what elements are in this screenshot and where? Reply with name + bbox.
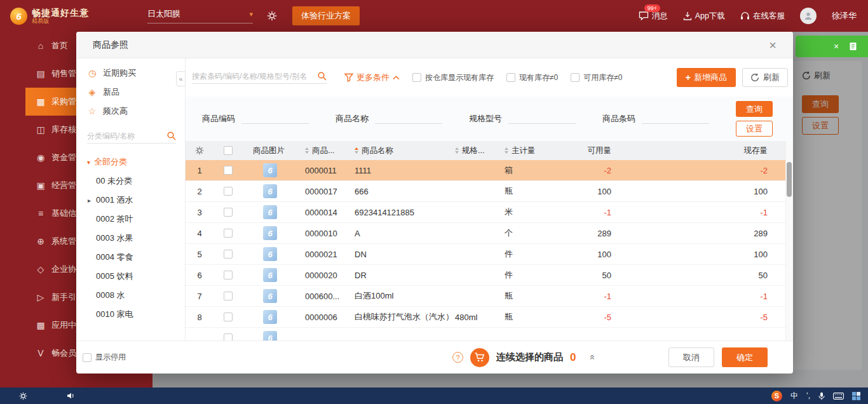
product-code-input[interactable] [241, 114, 309, 124]
sogou-ime-icon[interactable]: S [771, 391, 782, 401]
row-checkbox[interactable] [224, 271, 233, 279]
available-qty: -2 [555, 166, 619, 175]
table-row[interactable]: 6 6 0000020 DR 件 50 50 [186, 265, 793, 286]
row-checkbox[interactable] [224, 229, 233, 238]
column-settings-gear-icon[interactable] [195, 146, 204, 155]
product-thumbnail: 6 [263, 247, 277, 261]
column-header-code[interactable]: 商品... [297, 145, 348, 156]
table-row[interactable]: 3 6 0000014 6923414121885 米 -1 -1 [186, 202, 793, 223]
online-support-label: 在线客服 [753, 11, 785, 22]
brand-logo-icon: 6 [10, 8, 27, 25]
chevron-up-icon [393, 76, 400, 80]
high-frequency-icon: ☆ [87, 106, 97, 116]
row-checkbox[interactable] [224, 187, 233, 196]
microphone-icon[interactable] [818, 392, 825, 400]
user-avatar[interactable] [800, 8, 817, 24]
row-checkbox[interactable] [224, 208, 233, 217]
warehouse-stock-checkbox[interactable]: 按仓库显示现有库存 [412, 72, 494, 83]
product-barcode-input[interactable] [642, 114, 709, 124]
row-checkbox[interactable] [224, 250, 233, 259]
dialog-title-bar: 商品参照 × [76, 32, 793, 58]
dialog-close-icon[interactable]: × [769, 39, 776, 51]
column-header-image[interactable]: 商品图片 [243, 145, 297, 156]
column-header-stock[interactable]: 现存量 [619, 145, 793, 156]
ime-language-toggle[interactable]: 中 [790, 391, 798, 401]
settings-button[interactable]: 设置 [736, 121, 773, 137]
speaker-icon[interactable] [67, 392, 75, 400]
all-categories[interactable]: ▾ 全部分类 [87, 156, 185, 168]
table-row[interactable]: 6 [186, 328, 793, 340]
row-checkbox[interactable] [224, 166, 233, 175]
table-row[interactable]: 1 6 0000011 1111 箱 -2 -2 [186, 160, 793, 181]
category-item[interactable]: ▸ 0003 水果 [76, 229, 185, 248]
ime-punctuation-toggle[interactable]: ’, [806, 391, 810, 400]
collapse-panel-icon[interactable]: « [176, 71, 186, 86]
column-header-available[interactable]: 可用量 [555, 145, 619, 156]
messages-button[interactable]: 99+ 消息 [639, 11, 668, 22]
collapse-up-icon[interactable]: « [588, 354, 599, 360]
search-icon[interactable] [317, 71, 327, 81]
toast-close-icon[interactable]: × [834, 42, 839, 51]
search-icon[interactable] [166, 131, 176, 140]
keyboard-icon[interactable] [833, 393, 844, 400]
product-code: 0000006 [297, 313, 348, 322]
product-search-input[interactable] [192, 72, 312, 81]
category-item[interactable]: ▸ 0005 饮料 [76, 267, 185, 286]
trial-solution-button[interactable]: 体验行业方案 [292, 6, 360, 25]
product-list-panel: 更多条件 按仓库显示现有库存 现有库存≠0 可用库存≠0 + 新增商品 刷新 [186, 58, 793, 340]
product-thumbnail: 6 [263, 205, 277, 219]
category-label: 0008 水 [96, 290, 125, 301]
category-item[interactable]: ▸ 0001 酒水 [76, 191, 185, 210]
header-settings-gear-icon[interactable] [267, 11, 277, 21]
quick-link-recent-purchase[interactable]: ◷ 近期购买 [76, 64, 185, 83]
row-checkbox[interactable] [224, 292, 233, 300]
scrollbar-thumb[interactable] [787, 162, 792, 197]
column-header-unit[interactable]: 主计量 [499, 145, 555, 156]
available-nonzero-checkbox[interactable]: 可用库存≠0 [571, 72, 622, 83]
cart-icon [470, 348, 489, 367]
product-spec-input[interactable] [508, 114, 576, 124]
operations-icon: ▣ [36, 180, 46, 191]
app-download-button[interactable]: App下载 [683, 11, 725, 22]
category-item[interactable]: ▸ 0010 家电 [76, 305, 185, 324]
query-button[interactable]: 查询 [736, 101, 773, 117]
table-row[interactable]: 2 6 0000017 666 瓶 100 100 [186, 181, 793, 202]
workspace-select[interactable]: 日太阳膜 ▾ [147, 8, 253, 24]
show-disabled-checkbox[interactable]: 显示停用 [83, 352, 126, 363]
checkbox-label: 现有库存≠0 [519, 72, 558, 83]
row-checkbox[interactable] [224, 333, 233, 340]
onhand-nonzero-checkbox[interactable]: 现有库存≠0 [506, 72, 558, 83]
table-row[interactable]: 4 6 0000010 A 个 289 289 [186, 223, 793, 244]
column-header-name[interactable]: 商品名称 [348, 145, 449, 156]
row-checkbox[interactable] [224, 313, 233, 321]
product-name: 1111 [348, 166, 449, 175]
help-icon[interactable]: ? [452, 352, 463, 363]
product-name-input[interactable] [375, 114, 442, 124]
category-item[interactable]: ▸ 0008 水 [76, 286, 185, 305]
ime-toolbox-icon[interactable] [852, 392, 860, 400]
product-code: 000600... [297, 292, 348, 301]
refresh-button[interactable]: 刷新 [742, 68, 788, 87]
column-header-spec[interactable]: 规格... [449, 145, 499, 156]
table-scrollbar[interactable] [785, 141, 793, 340]
taskbar-gear-icon[interactable] [19, 392, 27, 400]
quick-link-high-frequency[interactable]: ☆ 频次高 [76, 102, 185, 121]
product-unit: 件 [499, 269, 555, 281]
online-support-button[interactable]: 在线客服 [740, 11, 785, 22]
table-row[interactable]: 5 6 0000021 DN 件 100 100 [186, 244, 793, 265]
row-index: 6 [186, 271, 214, 280]
category-item[interactable]: ▸ 0004 零食 [76, 248, 185, 267]
category-item[interactable]: ▸ 00 未分类 [76, 172, 185, 191]
product-code: 0000010 [297, 229, 348, 238]
category-search-input[interactable] [87, 131, 166, 140]
quick-link-new-product[interactable]: ◈ 新品 [76, 83, 185, 102]
confirm-button[interactable]: 确定 [722, 347, 768, 367]
select-all-checkbox[interactable] [224, 146, 233, 155]
expand-arrow-icon[interactable]: ▸ [88, 197, 96, 204]
table-row[interactable]: 8 6 0000006 白桃味苏打气泡水（汽水） 480ml 瓶 -5 -5 [186, 307, 793, 328]
add-product-button[interactable]: + 新增商品 [677, 68, 736, 87]
category-item[interactable]: ▸ 0002 茶叶 [76, 210, 185, 229]
table-row[interactable]: 7 6 000600... 白酒100ml 瓶 -1 -1 [186, 286, 793, 307]
cancel-button[interactable]: 取消 [668, 347, 714, 367]
more-filters-toggle[interactable]: 更多条件 [344, 72, 400, 83]
